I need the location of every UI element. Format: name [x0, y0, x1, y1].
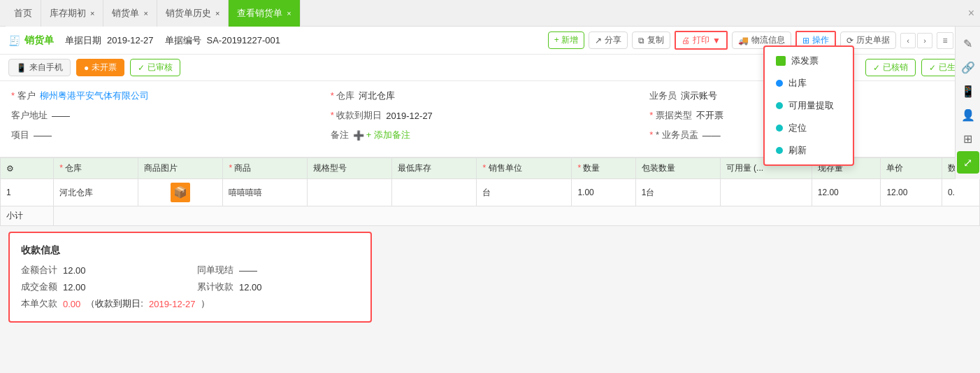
- cell-min-stock: [392, 179, 477, 206]
- cell-row-num: 1: [1, 179, 54, 206]
- tab-sales-order[interactable]: 销货单 ×: [103, 0, 157, 27]
- subtotal-label: 小计: [1, 206, 54, 226]
- col-min-stock: 最低库存: [392, 158, 477, 179]
- add-note-plus-icon: ➕: [353, 130, 364, 141]
- note-field: 备注 ➕ + 添加备注: [331, 129, 650, 141]
- tab-sales-order-close[interactable]: ×: [143, 9, 147, 17]
- share-button[interactable]: ↗ 分享: [589, 31, 628, 49]
- warehouse-label: 仓库: [331, 90, 355, 102]
- cell-product-image: 📦: [138, 179, 223, 206]
- same-order-settle-value: ——: [239, 265, 257, 276]
- copy-icon: ⧉: [638, 36, 644, 45]
- sales-table: ⚙ 仓库 商品图片 商品 规格型号 最低库存 销售单位 数量 包装数量 可用量 …: [0, 157, 980, 226]
- add-note-button[interactable]: ➕ + 添加备注: [353, 129, 410, 141]
- cell-quantity: 1.00: [572, 179, 635, 206]
- subtotal-values: [54, 206, 980, 226]
- tab-home-label: 首页: [14, 7, 32, 20]
- tab-home[interactable]: 首页: [6, 0, 41, 27]
- customer-value[interactable]: 柳州粤港平安气体有限公司: [40, 90, 149, 102]
- nav-arrows: ‹ ›: [900, 33, 932, 48]
- mobile-icon: 📱: [16, 63, 27, 73]
- refresh-icon: [776, 147, 783, 154]
- cell-spec: [308, 179, 392, 206]
- dropdown-refresh[interactable]: 刷新: [765, 139, 853, 162]
- tab-view-sales-order[interactable]: 查看销货单 ×: [229, 0, 300, 27]
- from-mobile-button[interactable]: 📱 来自手机: [8, 59, 71, 76]
- nav-next[interactable]: ›: [917, 33, 932, 48]
- not-open-ticket-button[interactable]: ● 未开票: [76, 59, 124, 76]
- product-image-icon: 📦: [171, 183, 190, 202]
- sold-button[interactable]: ✓ 已核销: [865, 59, 916, 76]
- doc-header-left: 🧾 销货单 单据日期 2019-12-27 单据编号 SA-20191227-0…: [8, 34, 280, 47]
- sidebar-link-icon[interactable]: 🔗: [957, 56, 979, 78]
- nav-prev[interactable]: ‹: [900, 33, 916, 48]
- new-button[interactable]: + 新增: [548, 31, 584, 49]
- subtotal-row: 小计: [1, 206, 980, 226]
- dropdown-outbound[interactable]: 出库: [765, 72, 853, 94]
- same-order-settle-row: 同单现结 ——: [197, 264, 359, 276]
- effect-check-icon: ✓: [929, 63, 936, 73]
- tab-sales-order-history[interactable]: 销货单历史 ×: [157, 0, 229, 27]
- sidebar-expand-icon[interactable]: ⤢: [957, 151, 979, 174]
- sidebar-phone-icon[interactable]: 📱: [957, 80, 979, 102]
- customer-label: 客户: [11, 90, 36, 102]
- total-amount-row: 金额合计 12.00: [21, 264, 183, 276]
- due-date-value: 2019-12-27: [149, 299, 196, 309]
- address-value: ——: [52, 111, 70, 121]
- print-icon: 🖨: [682, 36, 690, 45]
- copy-button[interactable]: ⧉ 复制: [632, 31, 670, 49]
- col-pack-qty: 包装数量: [635, 158, 720, 179]
- due-note-prefix: （收款到期日:: [86, 297, 143, 310]
- reviewed-button[interactable]: ✓ 已审核: [130, 59, 180, 76]
- history-icon: ⟳: [846, 36, 853, 45]
- payment-info-grid: 金额合计 12.00 同单现结 —— 成交金额 12.00 累计收款 12.00…: [21, 264, 359, 310]
- available-qty-icon: [776, 102, 783, 109]
- cell-pack-qty: 1台: [635, 179, 720, 206]
- address-label: 客户地址: [11, 109, 48, 122]
- doc-header-right: + 新增 ↗ 分享 ⧉ 复制 🖨 打印 ▼ 🚚 物流信息 ⊞ 操作 ⟳ 历史单据…: [548, 31, 972, 50]
- tab-sales-order-history-label: 销货单历史: [166, 7, 211, 20]
- sales-employee-value: ——: [702, 130, 721, 141]
- table-wrapper: ⚙ 仓库 商品图片 商品 规格型号 最低库存 销售单位 数量 包装数量 可用量 …: [0, 157, 980, 226]
- tab-view-sales-order-close[interactable]: ×: [287, 9, 291, 17]
- check-icon: ✓: [138, 63, 145, 73]
- dropdown-available-qty[interactable]: 可用量提取: [765, 94, 853, 117]
- this-order-due-value: 0.00: [63, 299, 80, 309]
- logistics-icon: 🚚: [738, 36, 749, 45]
- cumulative-receipt-value: 12.00: [239, 282, 262, 293]
- dropdown-locate[interactable]: 定位: [765, 117, 853, 139]
- payment-date-value: 2019-12-27: [386, 111, 433, 121]
- tab-inventory-init-close[interactable]: ×: [90, 9, 94, 17]
- col-product-image: 商品图片: [138, 158, 223, 179]
- payment-date-field: 收款到期日 2019-12-27: [331, 109, 650, 122]
- operations-dropdown: 添发票 出库 可用量提取 定位 刷新: [763, 45, 854, 166]
- cell-sales-unit: 台: [477, 179, 572, 206]
- col-product: 商品: [223, 158, 308, 179]
- tab-sales-order-history-close[interactable]: ×: [215, 9, 219, 17]
- doc-title-text: 销货单: [24, 34, 54, 47]
- print-button[interactable]: 🖨 打印 ▼: [675, 31, 728, 50]
- col-settings[interactable]: ⚙: [1, 158, 54, 179]
- view-list-btn[interactable]: ≡: [937, 32, 953, 49]
- doc-title: 🧾 销货单: [8, 34, 54, 47]
- ticket-type-label: 票据类型: [649, 109, 692, 122]
- dropdown-add-invoice[interactable]: 添发票: [765, 50, 853, 72]
- tab-view-sales-order-label: 查看销货单: [237, 7, 282, 20]
- operations-grid-icon: ⊞: [802, 36, 809, 45]
- transaction-amount-row: 成交金额 12.00: [21, 281, 183, 293]
- cell-warehouse: 河北仓库: [54, 179, 138, 206]
- this-order-due-row: 本单欠款 0.00 （收款到期日: 2019-12-27 ）: [21, 297, 359, 310]
- transaction-amount-label: 成交金额: [21, 281, 57, 293]
- sidebar-edit-icon[interactable]: ✎: [957, 32, 979, 55]
- ticket-type-value: 不开票: [696, 109, 723, 122]
- cell-amount: 0.: [942, 179, 979, 206]
- tab-inventory-init[interactable]: 库存期初 ×: [41, 0, 103, 27]
- add-invoice-icon: [776, 56, 786, 66]
- sidebar-table-icon[interactable]: ⊞: [957, 127, 979, 150]
- note-label: 备注: [331, 129, 349, 141]
- total-amount-value: 12.00: [63, 265, 86, 276]
- sidebar-user-icon[interactable]: 👤: [957, 104, 979, 126]
- transaction-amount-value: 12.00: [63, 282, 86, 293]
- salesperson-label: 业务员: [649, 90, 677, 102]
- tab-bar-close-all[interactable]: ×: [968, 7, 974, 20]
